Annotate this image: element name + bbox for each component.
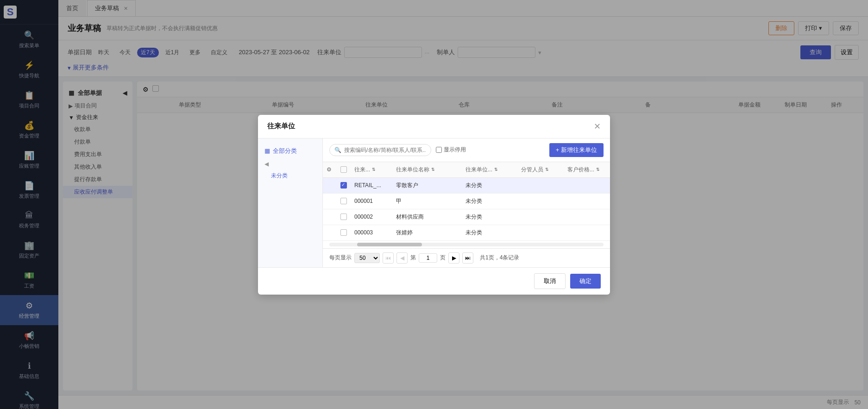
dialog-th-name: 往来单位名称 ⇅ [392,162,462,177]
row1-settings [323,178,337,193]
sort-icon: ⇅ [372,167,376,172]
sort-icon-mgr: ⇅ [545,167,549,172]
cancel-button[interactable]: 取消 [534,273,566,289]
dialog-table-header: ⚙ 往来... ⇅ 往来单位名称 ⇅ 往来单位... ⇅ [323,162,610,178]
search-icon: 🔍 [334,147,341,153]
row1-code: RETAIL_... [351,178,392,193]
dialog-left-unclassified[interactable]: 未分类 [258,169,322,182]
table-row[interactable]: RETAIL_... 零散客户 未分类 [323,178,610,194]
first-page-btn[interactable]: ⏮ [383,252,394,264]
row2-price [564,194,610,209]
dialog-th-code: 往来... ⇅ [351,162,392,177]
sort-icon-name: ⇅ [431,167,435,172]
row2-code: 000001 [351,194,392,209]
row4-price [564,225,610,240]
confirm-button[interactable]: 确定 [570,274,601,289]
table-row[interactable]: 000003 张婧婷 未分类 [323,225,610,241]
row3-price [564,209,610,225]
dialog-overlay: 往来单位 ✕ ▦ 全部分类 ◀ 未分类 [0,0,868,409]
row3-code: 000002 [351,209,392,225]
sort-icon-price: ⇅ [596,167,600,172]
dialog-th-manager: 分管人员 ⇅ [517,162,564,177]
row4-manager [517,225,564,240]
row2-manager [517,194,564,209]
row1-category: 未分类 [462,178,517,193]
dialog-header: 往来单位 ✕ [258,115,610,138]
dialog-search-bar: 🔍 显示停用 + 新增往来单位 [323,138,610,162]
table-row[interactable]: 000002 材料供应商 未分类 [323,209,610,225]
collapse-left-icon[interactable]: ◀ [264,161,269,167]
dialog-search-container: 🔍 [329,144,431,156]
dialog-right-panel: 🔍 显示停用 + 新增往来单位 ⚙ 往来... [323,138,610,267]
prev-page-btn[interactable]: ◀ [396,252,408,264]
show-disabled-checkbox[interactable] [436,147,442,153]
row4-settings [323,225,337,240]
last-page-btn[interactable]: ⏭ [462,252,473,264]
total-records: 共1页，4条记录 [480,254,519,262]
page-label: 第 [410,254,416,262]
row1-manager [517,178,564,193]
row1-check[interactable] [337,178,351,193]
dialog-title: 往来单位 [267,122,295,131]
dialog-table: ⚙ 往来... ⇅ 往来单位名称 ⇅ 往来单位... ⇅ [323,162,610,241]
row3-check[interactable] [337,209,351,225]
row1-price [564,178,610,193]
row1-name: 零散客户 [392,178,462,193]
page-suffix: 页 [440,254,446,262]
dialog-body: ▦ 全部分类 ◀ 未分类 🔍 [258,138,610,267]
row2-category: 未分类 [462,194,517,209]
show-disabled-label[interactable]: 显示停用 [436,146,466,154]
row4-category: 未分类 [462,225,517,240]
row4-code: 000003 [351,225,392,240]
grid-icon-left: ▦ [264,147,270,154]
row4-check[interactable] [337,225,351,240]
dialog-th-category: 往来单位... ⇅ [462,162,517,177]
page-input[interactable] [419,253,437,263]
new-partner-button[interactable]: + 新增往来单位 [549,143,604,157]
horizontal-scrollbar[interactable] [329,243,604,246]
dialog-th-check [337,162,351,177]
table-row[interactable]: 000001 甲 未分类 [323,194,610,209]
row3-name: 材料供应商 [392,209,462,225]
dialog-th-settings: ⚙ [323,162,337,177]
row3-category: 未分类 [462,209,517,225]
next-page-btn[interactable]: ▶ [448,252,459,264]
per-page-select[interactable]: 50 100 200 [354,253,380,263]
dialog-close-button[interactable]: ✕ [594,121,601,132]
partner-dialog: 往来单位 ✕ ▦ 全部分类 ◀ 未分类 [258,115,610,295]
row2-check[interactable] [337,194,351,209]
row4-name: 张婧婷 [392,225,462,240]
row2-settings [323,194,337,209]
row3-settings [323,209,337,225]
scrollbar-thumb[interactable] [357,243,422,246]
sort-icon-cat: ⇅ [494,167,498,172]
dialog-search-input[interactable] [344,147,425,153]
dialog-footer: 取消 确定 [258,267,610,295]
dialog-th-price: 客户价格... ⇅ [564,162,610,177]
dialog-left-all[interactable]: ▦ 全部分类 [258,143,322,159]
row3-manager [517,209,564,225]
row2-name: 甲 [392,194,462,209]
per-page-label: 每页显示 [329,254,352,262]
dialog-pagination: 每页显示 50 100 200 ⏮ ◀ 第 页 ▶ ⏭ 共1页，4条记录 [323,248,610,267]
dialog-left-panel: ▦ 全部分类 ◀ 未分类 [258,138,323,267]
